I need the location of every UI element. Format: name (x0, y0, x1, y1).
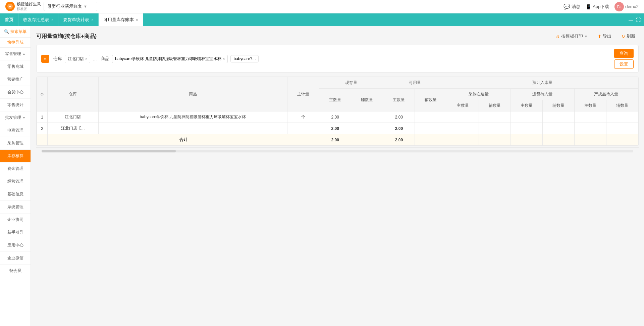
industry-select[interactable]: 母婴行业演示账套 ▼ (44, 2, 97, 11)
data-table: ⚙ 仓库 商品 主计量 现存量 可用量 预计入库量 主数量 辅数量 主数量 辅数… (36, 77, 639, 146)
td-summary-stock-main: 2.00 (319, 134, 351, 146)
sidebar-quick-nav[interactable]: 快捷导航 (0, 38, 31, 48)
tab-receipt-summary-label: 收发存汇总表 (23, 17, 49, 23)
sidebar-item-enterprise-wechat[interactable]: 企业微信 (0, 252, 31, 265)
refresh-btn[interactable]: ↻ 刷新 (618, 32, 639, 41)
sidebar-item-purchase[interactable]: 采购管理 (0, 137, 31, 150)
sidebar-search[interactable]: 🔍 搜索菜单 (0, 26, 31, 38)
maximize-icon[interactable]: ⛶ (636, 17, 641, 22)
page-header: 可用量查询(按仓库+商品) 🖨 按模板打印 ▼ ⬆ 导出 ↻ 刷新 (36, 32, 639, 41)
sidebar-item-member-center[interactable]: 会员中心 (0, 86, 31, 99)
app-download-btn[interactable]: 📱 App下载 (586, 4, 609, 10)
sidebar-item-new-guide[interactable]: 新手引导 (0, 226, 31, 239)
settings-icon[interactable]: ⚙ (40, 92, 44, 97)
warehouse-tag-remove[interactable]: × (85, 57, 87, 61)
sidebar-item-wholesale-mgmt-label: 批发管理 (5, 115, 21, 121)
sidebar-item-enterprise-wechat-label: 企业微信 (7, 255, 23, 261)
sidebar-item-retail-mgmt[interactable]: 零售管理 ▲ (0, 48, 31, 60)
filter-actions: 查询 设置 (614, 49, 634, 69)
td-finished-aux-2 (606, 123, 638, 134)
user-area[interactable]: Ea demo2 (614, 2, 639, 11)
warehouse-tag-text: 江北门店 (68, 56, 84, 62)
message-btn[interactable]: 💬 消息 (564, 3, 580, 10)
td-incoming-aux-2 (542, 123, 574, 134)
print-btn[interactable]: 🖨 按模板打印 ▼ (552, 32, 591, 41)
settings-btn[interactable]: 设置 (614, 59, 634, 69)
warehouse-filter-tag[interactable]: 江北门店 × (65, 55, 90, 63)
td-incoming-main-1 (511, 111, 542, 123)
scroll-track[interactable] (42, 150, 633, 152)
td-finished-main-1 (574, 111, 606, 123)
th-settings: ⚙ (37, 77, 48, 111)
tab-receipt-summary-close[interactable]: × (51, 18, 53, 22)
minimize-icon[interactable]: — (629, 17, 633, 22)
td-purchased-main-2 (447, 123, 479, 134)
tab-available-stock[interactable]: 可用量库存账本 × (99, 13, 143, 26)
sidebar-item-basic-info[interactable]: 基础信息 (0, 188, 31, 201)
sidebar-item-finance[interactable]: 资金管理 (0, 162, 31, 175)
message-icon: 💬 (564, 3, 570, 10)
scroll-thumb[interactable] (42, 150, 176, 152)
tab-home-label: 首页 (5, 17, 13, 23)
tab-order-stats[interactable]: 要货单统计表 × (58, 13, 98, 26)
sidebar-item-app-center[interactable]: 应用中心 (0, 239, 31, 252)
td-stock-aux-1 (351, 111, 383, 123)
search-icon: 🔍 (4, 29, 9, 34)
sidebar-item-ecommerce[interactable]: 电商管理 (0, 124, 31, 137)
sidebar-item-system-mgmt-label: 系统管理 (7, 204, 23, 210)
th-stock-aux: 辅数量 (351, 89, 383, 111)
td-incoming-main-2 (511, 123, 542, 134)
sidebar-item-member-center-label: 会员中心 (7, 89, 23, 95)
inventory-table: ⚙ 仓库 商品 主计量 现存量 可用量 预计入库量 主数量 辅数量 主数量 辅数… (37, 77, 638, 146)
product-tag1-text: babycare学饮杯 儿童防摔防撞吸管杯重力球吸嘴杯宝宝水杯 (115, 56, 221, 62)
export-btn[interactable]: ⬆ 导出 (594, 32, 615, 41)
tab-order-stats-close[interactable]: × (91, 18, 93, 22)
main-layout: 🔍 搜索菜单 快捷导航 零售管理 ▲ 零售商城 营销推广 会员中心 零售统计 批… (0, 26, 644, 326)
sidebar-item-vip-member[interactable]: 畅会员 (0, 265, 31, 277)
th-purchased-main: 主数量 (447, 100, 479, 111)
sidebar-item-marketing-label: 营销推广 (7, 77, 23, 82)
warehouse-filter-group: 仓库 江北门店 × ... (53, 55, 97, 63)
sidebar-item-operations[interactable]: 经营管理 (0, 175, 31, 188)
product-filter-tag1[interactable]: babycare学饮杯 儿童防摔防撞吸管杯重力球吸嘴杯宝宝水杯 × (112, 55, 228, 63)
sidebar-item-system-mgmt[interactable]: 系统管理 (0, 201, 31, 214)
sidebar-item-marketing[interactable]: 营销推广 (0, 73, 31, 86)
th-avail-aux: 辅数量 (415, 89, 447, 111)
td-finished-main-2 (574, 123, 606, 134)
sidebar-item-enterprise-collab[interactable]: 企业协同 (0, 214, 31, 226)
td-summary-incoming-main (511, 134, 542, 146)
sidebar-item-purchase-label: 采购管理 (7, 140, 23, 146)
product-tag1-remove[interactable]: × (223, 57, 225, 61)
app-download-icon: 📱 (586, 4, 591, 9)
avatar-text: Ea (617, 5, 622, 9)
query-btn[interactable]: 查询 (614, 49, 634, 58)
sidebar-item-basic-info-label: 基础信息 (7, 191, 23, 197)
app-download-label: App下载 (593, 4, 609, 10)
page-actions: 🖨 按模板打印 ▼ ⬆ 导出 ↻ 刷新 (552, 32, 639, 41)
sidebar-item-retail-stats[interactable]: 零售统计 (0, 99, 31, 111)
sidebar-quick-nav-label: 快捷导航 (7, 40, 23, 45)
sidebar-item-operations-label: 经营管理 (7, 179, 23, 184)
tab-home[interactable]: 首页 (0, 13, 18, 26)
warehouse-filter-dots[interactable]: ... (93, 56, 97, 61)
sidebar-item-wholesale-mgmt[interactable]: 批发管理 ▼ (0, 111, 31, 124)
nav-tabs: 首页 收发存汇总表 × 要货单统计表 × 可用量库存账本 × — ⛶ (0, 13, 644, 26)
chevron-down-icon: ▼ (84, 4, 87, 8)
sidebar-item-retail-mall[interactable]: 零售商城 (0, 60, 31, 73)
top-bar: 畅捷通好生意 标准版 母婴行业演示账套 ▼ 💬 消息 📱 App下载 Ea de… (0, 0, 644, 13)
logo-sub: 标准版 (17, 7, 41, 11)
td-no: 1 (37, 111, 48, 123)
filter-expand-btn[interactable]: » (41, 55, 49, 63)
th-avail-main: 主数量 (383, 89, 415, 111)
user-name: demo2 (625, 4, 639, 9)
th-unit: 主计量 (287, 77, 319, 111)
tab-available-stock-close[interactable]: × (136, 18, 138, 22)
sidebar-search-label: 搜索菜单 (10, 29, 26, 34)
th-product: 商品 (98, 77, 287, 111)
sidebar-item-inventory[interactable]: 库存核算 (0, 150, 31, 162)
td-avail-main-2: 2.00 (383, 123, 415, 134)
industry-select-text: 母婴行业演示账套 (47, 3, 82, 9)
tab-receipt-summary[interactable]: 收发存汇总表 × (18, 13, 58, 26)
product-filter-tag2[interactable]: babycare?... (230, 55, 259, 62)
sidebar-item-app-center-label: 应用中心 (7, 242, 23, 248)
